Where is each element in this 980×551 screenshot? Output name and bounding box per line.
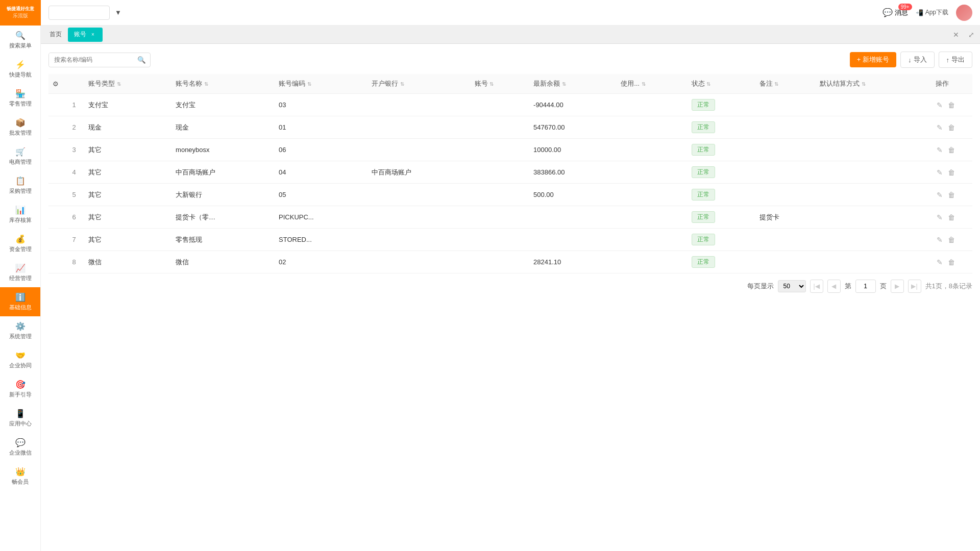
row-name: moneybosx bbox=[172, 139, 275, 161]
delete-button[interactable]: 🗑 bbox=[947, 100, 956, 110]
prev-page-button[interactable]: ◀ bbox=[827, 280, 841, 293]
export-button[interactable]: ↑ 导出 bbox=[939, 52, 973, 68]
row-type: 微信 bbox=[84, 251, 172, 273]
sidebar-item-basic-info[interactable]: ℹ️ 基础信息 bbox=[0, 287, 40, 316]
delete-button[interactable]: 🗑 bbox=[947, 212, 956, 222]
row-type: 其它 bbox=[84, 229, 172, 251]
col-status[interactable]: 状态 ⇅ bbox=[688, 74, 755, 94]
import-button[interactable]: ↓ 导入 bbox=[900, 52, 935, 68]
edit-button[interactable]: ✎ bbox=[936, 122, 944, 133]
page-size-select[interactable]: 50 100 200 bbox=[778, 280, 806, 292]
topbar-dropdown[interactable]: ▼ bbox=[115, 9, 121, 16]
tab-account[interactable]: 账号 × bbox=[68, 28, 103, 42]
sidebar-item-purchase-mgmt[interactable]: 📋 采购管理 bbox=[0, 171, 40, 200]
row-settings bbox=[48, 184, 64, 206]
delete-button[interactable]: 🗑 bbox=[947, 257, 956, 267]
sidebar-item-operation-mgmt[interactable]: 📈 经营管理 bbox=[0, 258, 40, 287]
col-name[interactable]: 账号名称 ⇅ bbox=[172, 74, 275, 94]
edit-button[interactable]: ✎ bbox=[936, 235, 944, 245]
col-bank[interactable]: 开户银行 ⇅ bbox=[368, 74, 471, 94]
edit-button[interactable]: ✎ bbox=[936, 190, 944, 200]
row-bank bbox=[368, 229, 471, 251]
col-type[interactable]: 账号类型 ⇅ bbox=[84, 74, 172, 94]
col-account[interactable]: 账号 ⇅ bbox=[471, 74, 529, 94]
sidebar-item-beginner-guide[interactable]: 🎯 新手引导 bbox=[0, 374, 40, 404]
row-action: ✎ 🗑 bbox=[932, 229, 972, 251]
sidebar-item-search-menu[interactable]: 🔍 搜索菜单 bbox=[0, 26, 40, 55]
sidebar-item-vip-member[interactable]: 👑 畅会员 bbox=[0, 462, 40, 491]
sidebar-item-finance-mgmt[interactable]: 💰 资金管理 bbox=[0, 229, 40, 258]
col-remark[interactable]: 备注 ⇅ bbox=[755, 74, 816, 94]
sidebar-item-ecommerce-mgmt[interactable]: 🛒 电商管理 bbox=[0, 142, 40, 171]
col-settings[interactable]: ⚙ bbox=[48, 74, 64, 94]
column-settings-icon[interactable]: ⚙ bbox=[53, 80, 59, 88]
col-usage[interactable]: 使用... ⇅ bbox=[617, 74, 687, 94]
row-account bbox=[471, 184, 529, 206]
row-account bbox=[471, 251, 529, 273]
fullscreen-icon[interactable]: ⤢ bbox=[965, 29, 977, 41]
next-page-button[interactable]: ▶ bbox=[891, 280, 904, 293]
search-button[interactable]: 🔍 bbox=[133, 53, 150, 67]
operation-icon: 📈 bbox=[15, 263, 26, 273]
status-badge: 正常 bbox=[692, 211, 715, 223]
sidebar-item-enterprise-wechat[interactable]: 💬 企业微信 bbox=[0, 433, 40, 462]
sidebar-item-system-mgmt[interactable]: ⚙️ 系统管理 bbox=[0, 316, 40, 345]
close-window-icon[interactable]: ✕ bbox=[950, 29, 962, 41]
row-action: ✎ 🗑 bbox=[932, 139, 972, 161]
vip-icon: 👑 bbox=[15, 467, 26, 477]
row-account bbox=[471, 139, 529, 161]
tab-account-label: 账号 bbox=[74, 30, 86, 39]
sidebar-item-app-center[interactable]: 📱 应用中心 bbox=[0, 404, 40, 433]
edit-button[interactable]: ✎ bbox=[936, 100, 944, 110]
delete-button[interactable]: 🗑 bbox=[947, 235, 956, 245]
status-badge: 正常 bbox=[692, 189, 715, 201]
delete-button[interactable]: 🗑 bbox=[947, 122, 956, 133]
row-name: 提货卡（零… bbox=[172, 206, 275, 229]
page-size-label: 每页显示 bbox=[747, 282, 774, 291]
row-name: 支付宝 bbox=[172, 94, 275, 116]
last-page-button[interactable]: ▶| bbox=[908, 280, 921, 293]
topbar-search-input[interactable] bbox=[48, 6, 110, 20]
row-remark: 提货卡 bbox=[755, 206, 816, 229]
row-default-settle bbox=[816, 139, 932, 161]
tab-home[interactable]: 首页 bbox=[43, 28, 68, 42]
sidebar-item-quick-nav[interactable]: ⚡ 快捷导航 bbox=[0, 55, 40, 84]
edit-button[interactable]: ✎ bbox=[936, 257, 944, 267]
row-remark bbox=[755, 251, 816, 273]
delete-button[interactable]: 🗑 bbox=[947, 190, 956, 200]
topbar-message[interactable]: 💬 99+ 消息 bbox=[883, 8, 908, 17]
delete-button[interactable]: 🗑 bbox=[947, 145, 956, 155]
search-input[interactable] bbox=[49, 53, 133, 66]
sidebar-item-enterprise-agreement[interactable]: 🤝 企业协同 bbox=[0, 345, 40, 374]
first-page-button[interactable]: |◀ bbox=[810, 280, 823, 293]
edit-button[interactable]: ✎ bbox=[936, 167, 944, 178]
col-action: 操作 bbox=[932, 74, 972, 94]
row-name: 大新银行 bbox=[172, 184, 275, 206]
row-status: 正常 bbox=[688, 161, 755, 184]
col-code[interactable]: 账号编码 ⇅ bbox=[275, 74, 368, 94]
col-num bbox=[64, 74, 84, 94]
edit-button[interactable]: ✎ bbox=[936, 212, 944, 222]
row-default-settle bbox=[816, 206, 932, 229]
row-balance: 500.00 bbox=[529, 184, 617, 206]
sidebar-item-inventory-check[interactable]: 📊 库存核算 bbox=[0, 200, 40, 229]
row-remark bbox=[755, 161, 816, 184]
sidebar-item-wholesale-mgmt[interactable]: 📦 批发管理 bbox=[0, 113, 40, 142]
row-remark bbox=[755, 139, 816, 161]
edit-button[interactable]: ✎ bbox=[936, 145, 944, 155]
col-balance[interactable]: 最新余额 ⇅ bbox=[529, 74, 617, 94]
current-page-input[interactable] bbox=[855, 280, 876, 293]
topbar-app-download[interactable]: 📲 App下载 bbox=[916, 8, 948, 17]
tab-close-button[interactable]: × bbox=[89, 31, 96, 38]
purchase-icon: 📋 bbox=[15, 176, 26, 186]
row-num: 1 bbox=[64, 94, 84, 116]
row-type: 其它 bbox=[84, 184, 172, 206]
col-default-settle[interactable]: 默认结算方式 ⇅ bbox=[816, 74, 932, 94]
delete-button[interactable]: 🗑 bbox=[947, 167, 956, 178]
total-label: 共1页，8条记录 bbox=[925, 282, 972, 291]
sidebar-item-retail-mgmt[interactable]: 🏪 零售管理 bbox=[0, 84, 40, 113]
new-account-button[interactable]: + 新增账号 bbox=[850, 52, 896, 67]
user-avatar[interactable] bbox=[956, 5, 972, 21]
table-row: 8 微信 微信 02 28241.10 正常 ✎ 🗑 bbox=[48, 251, 972, 273]
sidebar-label-enterprise-wechat: 企业微信 bbox=[9, 449, 32, 457]
